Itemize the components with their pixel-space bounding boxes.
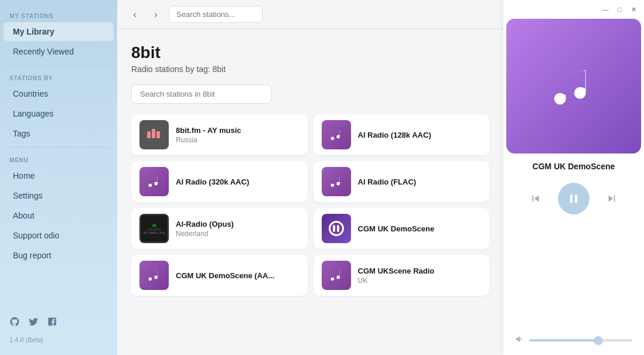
station-card[interactable]: CGM UKScene Radio UK bbox=[314, 255, 490, 296]
pause-icon bbox=[329, 221, 344, 236]
svg-rect-1 bbox=[152, 129, 155, 138]
page-subtitle: Radio stations by tag: 8bit bbox=[131, 64, 489, 74]
svg-rect-0 bbox=[147, 131, 151, 138]
menu-label: MENU bbox=[0, 151, 117, 166]
station-name: CGM UK DemoScene (AA... bbox=[176, 271, 299, 280]
music-note-icon bbox=[547, 60, 600, 112]
global-search-input[interactable] bbox=[169, 6, 263, 23]
station-name: CGM UK DemoScene bbox=[358, 224, 482, 233]
station-info: CGM UK DemoScene (AA... bbox=[176, 271, 299, 280]
sidebar-item-countries[interactable]: Countries bbox=[4, 84, 114, 103]
sidebar-item-about[interactable]: About bbox=[4, 206, 114, 225]
station-card[interactable]: AI Radio (128k AAC) bbox=[314, 114, 490, 155]
sidebar-item-my-library[interactable]: My Library bbox=[4, 22, 114, 41]
station-card[interactable]: CGM UK DemoScene (AA... bbox=[131, 255, 308, 296]
stations-by-label: STATIONS BY bbox=[0, 69, 117, 84]
station-card[interactable]: AI Radio (FLAC) bbox=[314, 161, 490, 202]
close-button[interactable]: ✕ bbox=[629, 5, 638, 14]
station-card[interactable]: 8bit.fm - AY music Russia bbox=[131, 114, 308, 155]
sidebar-item-tags[interactable]: Tags bbox=[4, 124, 114, 143]
station-card[interactable]: ON |||||||| AI-Radio.org AI-Radio (Opus)… bbox=[131, 208, 308, 249]
topbar: ‹ › bbox=[117, 0, 503, 29]
sidebar-item-home[interactable]: Home bbox=[4, 166, 114, 185]
prev-button[interactable] bbox=[525, 188, 546, 209]
volume-icon bbox=[515, 334, 524, 346]
content-area: 8bit Radio stations by tag: 8bit 8bit.fm… bbox=[117, 29, 503, 355]
player-panel: — □ ✕ CGM UK DemoScene bbox=[503, 0, 644, 355]
station-card[interactable]: AI Radio (320k AAC) bbox=[131, 161, 308, 202]
next-button[interactable] bbox=[601, 188, 622, 209]
album-art bbox=[506, 19, 641, 153]
page-title: 8bit bbox=[131, 43, 489, 62]
station-icon bbox=[322, 120, 351, 149]
maximize-button[interactable]: □ bbox=[615, 5, 624, 14]
station-info: AI Radio (128k AAC) bbox=[358, 131, 482, 139]
sidebar-item-support[interactable]: Support odio bbox=[4, 226, 114, 245]
station-name: CGM UKScene Radio bbox=[358, 267, 482, 275]
station-sub: UK bbox=[358, 277, 482, 285]
station-name: AI Radio (128k AAC) bbox=[358, 131, 482, 139]
sidebar-item-settings[interactable]: Settings bbox=[4, 186, 114, 205]
sidebar: MY STATIONS My Library Recently Viewed S… bbox=[0, 0, 117, 355]
station-name: AI-Radio (Opus) bbox=[176, 220, 299, 228]
sidebar-item-languages[interactable]: Languages bbox=[4, 104, 114, 123]
volume-thumb bbox=[594, 336, 602, 344]
volume-control bbox=[510, 334, 637, 346]
station-info: AI Radio (320k AAC) bbox=[176, 178, 299, 186]
volume-fill bbox=[529, 339, 596, 342]
station-icon bbox=[322, 167, 351, 196]
player-controls bbox=[525, 183, 622, 214]
volume-slider[interactable] bbox=[529, 339, 632, 342]
station-name: AI Radio (FLAC) bbox=[358, 178, 482, 186]
github-icon[interactable] bbox=[9, 316, 20, 329]
forward-button[interactable]: › bbox=[148, 6, 164, 23]
station-info: 8bit.fm - AY music Russia bbox=[176, 126, 299, 144]
sidebar-item-bug-report[interactable]: Bug report bbox=[4, 246, 114, 265]
station-sub: Nederland bbox=[176, 230, 299, 238]
sidebar-divider-1 bbox=[7, 65, 110, 66]
window-controls: — □ ✕ bbox=[503, 0, 644, 16]
station-name: AI Radio (320k AAC) bbox=[176, 178, 299, 186]
station-icon bbox=[139, 261, 169, 290]
now-playing-title: CGM UK DemoScene bbox=[526, 162, 622, 171]
station-icon bbox=[322, 261, 351, 290]
twitter-icon[interactable] bbox=[28, 316, 39, 329]
facebook-icon[interactable] bbox=[47, 316, 57, 329]
station-sub: Russia bbox=[176, 136, 299, 144]
my-stations-label: MY STATIONS bbox=[0, 7, 117, 22]
social-links bbox=[0, 312, 117, 334]
station-info: AI Radio (FLAC) bbox=[358, 178, 482, 186]
back-button[interactable]: ‹ bbox=[127, 6, 143, 23]
station-info: AI-Radio (Opus) Nederland bbox=[176, 220, 299, 238]
svg-rect-2 bbox=[156, 131, 160, 138]
station-icon bbox=[322, 214, 351, 243]
station-grid: 8bit.fm - AY music Russia AI Radio (128k… bbox=[131, 114, 489, 296]
station-icon: ON |||||||| AI-Radio.org bbox=[139, 214, 169, 243]
station-card[interactable]: CGM UK DemoScene bbox=[314, 208, 490, 249]
minimize-button[interactable]: — bbox=[601, 5, 610, 14]
play-pause-button[interactable] bbox=[558, 183, 590, 214]
station-icon bbox=[139, 167, 169, 196]
sidebar-item-recently-viewed[interactable]: Recently Viewed bbox=[4, 42, 114, 61]
version-label: 1.4.0 (Beta) bbox=[0, 334, 117, 348]
sidebar-divider-2 bbox=[7, 147, 110, 148]
station-info: CGM UK DemoScene bbox=[358, 224, 482, 233]
station-info: CGM UKScene Radio UK bbox=[358, 267, 482, 285]
station-search-input[interactable] bbox=[131, 84, 272, 104]
main-content: ‹ › 8bit Radio stations by tag: 8bit 8bi… bbox=[117, 0, 503, 355]
station-name: 8bit.fm - AY music bbox=[176, 126, 299, 135]
station-icon bbox=[139, 120, 169, 149]
